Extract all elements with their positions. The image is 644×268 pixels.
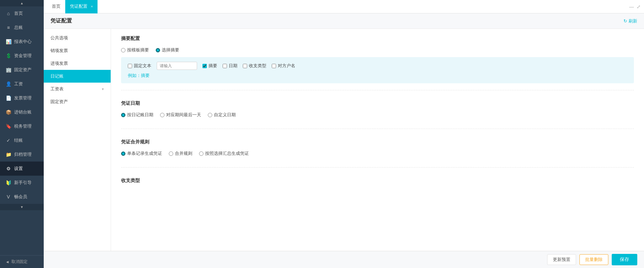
- checkbox-summary-input[interactable]: [202, 64, 207, 68]
- date-title: 凭证日期: [121, 100, 634, 106]
- sidebar-item-member[interactable]: V 畅会员: [0, 190, 44, 204]
- settings-icon: ⚙: [5, 166, 11, 171]
- tab-voucher-config[interactable]: 凭证配置 ×: [65, 0, 98, 13]
- main-area: 首页 凭证配置 × — ⤢ 凭证配置 ↻ 刷新 公共选项 销项发票 进项: [44, 0, 644, 268]
- trade-icon: 📦: [5, 109, 11, 115]
- sidebar: ▲ ⌂ 首页 ≡ 总账 📊 报表中心 💲 资金管理 🏢 固定资产 👤 工资 📄 …: [0, 0, 44, 268]
- checkbox-payment-type-input[interactable]: [243, 64, 247, 68]
- sidebar-item-settings[interactable]: ⚙ 设置: [0, 162, 44, 176]
- fixed-text-input[interactable]: [157, 62, 197, 70]
- batch-delete-button[interactable]: 批量删除: [579, 254, 608, 265]
- radio-single-record[interactable]: 单条记录生成凭证: [121, 150, 162, 157]
- radio-by-selection[interactable]: 按照选择汇总生成凭证: [199, 150, 249, 157]
- payment-type-section: 收支类型: [121, 178, 634, 196]
- radio-custom-date-input[interactable]: [208, 113, 212, 117]
- archive-icon: 📁: [5, 152, 11, 157]
- sidebar-item-guide[interactable]: 🔰 新手引导: [0, 176, 44, 190]
- radio-single-record-input[interactable]: [121, 151, 125, 156]
- sidebar-item-label: 固定资产: [14, 67, 32, 73]
- tab-close-icon[interactable]: ×: [91, 4, 93, 8]
- refresh-button[interactable]: ↻ 刷新: [623, 18, 637, 24]
- checkbox-fixed-text-input[interactable]: [128, 64, 132, 68]
- save-button[interactable]: 保存: [612, 254, 637, 265]
- merge-title: 凭证合并规则: [121, 139, 634, 145]
- sidebar-item-label: 税务管理: [14, 123, 32, 129]
- sidebar-item-archive[interactable]: 📁 归档管理: [0, 147, 44, 162]
- sidebar-item-invoice[interactable]: 📄 发票管理: [0, 91, 44, 105]
- checkbox-counterpart[interactable]: 对方户名: [272, 63, 295, 69]
- sidebar-item-label: 新手引导: [14, 180, 32, 186]
- radio-journal-date-input[interactable]: [121, 113, 125, 117]
- sidebar-item-tax[interactable]: 🔖 税务管理: [0, 119, 44, 133]
- checkbox-summary[interactable]: 摘要: [202, 63, 217, 69]
- merge-section: 凭证合并规则 单条记录生成凭证 合并规则 按照选择汇总生成凭证: [121, 139, 634, 168]
- refresh-icon: ↻: [623, 18, 627, 24]
- summary-checkbox-row: 固定文本 摘要 日期 收支类型: [128, 62, 627, 70]
- sidebar-item-ledger[interactable]: ≡ 总账: [0, 20, 44, 35]
- summary-title: 摘要配置: [121, 36, 634, 42]
- radio-last-day[interactable]: 对应期间最后一天: [160, 112, 201, 118]
- settle-icon: ✓: [5, 138, 11, 143]
- radio-journal-date-label: 按日记账日期: [127, 112, 153, 118]
- right-content: 摘要配置 按模板摘要 选择摘要 固定文本: [111, 29, 644, 251]
- left-nav-public[interactable]: 公共选项: [44, 32, 111, 44]
- radio-choose-summary-label: 选择摘要: [162, 47, 179, 53]
- sidebar-scroll-up[interactable]: ▲: [0, 0, 44, 6]
- minimize-icon[interactable]: —: [629, 4, 634, 9]
- sidebar-item-fund[interactable]: 💲 资金管理: [0, 49, 44, 63]
- sidebar-unpin-button[interactable]: ◄ 取消固定: [0, 255, 44, 268]
- left-nav-sales-invoice-label: 销项发票: [50, 48, 68, 54]
- checkbox-fixed-text-label: 固定文本: [134, 63, 151, 69]
- radio-custom-date[interactable]: 自定义日期: [208, 112, 236, 118]
- tab-voucher-config-label: 凭证配置: [70, 3, 87, 9]
- tab-home[interactable]: 首页: [47, 0, 65, 13]
- sidebar-item-label: 工资: [14, 81, 23, 87]
- radio-journal-date[interactable]: 按日记账日期: [121, 112, 153, 118]
- sidebar-item-report[interactable]: 📊 报表中心: [0, 35, 44, 49]
- sidebar-item-payroll[interactable]: 👤 工资: [0, 77, 44, 91]
- sidebar-item-settle[interactable]: ✓ 结账: [0, 133, 44, 147]
- maximize-icon[interactable]: ⤢: [637, 4, 641, 9]
- page-title: 凭证配置: [50, 17, 72, 25]
- checkbox-summary-label: 摘要: [209, 63, 217, 69]
- radio-last-day-input[interactable]: [160, 113, 164, 117]
- sidebar-scroll-down[interactable]: ▼: [0, 204, 44, 210]
- radio-by-selection-label: 按照选择汇总生成凭证: [205, 150, 249, 157]
- radio-template-summary[interactable]: 按模板摘要: [121, 47, 149, 53]
- radio-template-summary-input[interactable]: [121, 48, 125, 52]
- left-nav-journal[interactable]: 日记账: [44, 70, 111, 83]
- radio-by-selection-input[interactable]: [199, 151, 203, 156]
- sidebar-item-home[interactable]: ⌂ 首页: [0, 6, 44, 20]
- checkbox-counterpart-input[interactable]: [272, 64, 276, 68]
- date-section: 凭证日期 按日记账日期 对应期间最后一天 自定义日期: [121, 100, 634, 129]
- radio-merge-rule-input[interactable]: [169, 151, 173, 156]
- checkbox-fixed-text[interactable]: 固定文本: [128, 63, 151, 69]
- tab-bar: 首页 凭证配置 × — ⤢: [44, 0, 644, 13]
- sidebar-item-label: 结账: [14, 137, 23, 143]
- page-header: 凭证配置 ↻ 刷新: [44, 13, 644, 29]
- left-nav-journal-label: 日记账: [50, 73, 64, 79]
- checkbox-date-label: 日期: [229, 63, 237, 69]
- left-nav-payroll-table[interactable]: 工资表 ▾: [44, 83, 111, 95]
- bottom-bar: 更新预置 批量删除 保存: [44, 251, 644, 268]
- radio-choose-summary[interactable]: 选择摘要: [156, 47, 179, 53]
- radio-choose-summary-input[interactable]: [156, 48, 160, 52]
- checkbox-date-input[interactable]: [223, 64, 227, 68]
- content-layout: 公共选项 销项发票 进项发票 日记账 工资表 ▾ 固定资产 摘要配置: [44, 29, 644, 251]
- left-nav-purchase-invoice[interactable]: 进项发票: [44, 57, 111, 70]
- pin-icon: ◄: [5, 260, 9, 264]
- member-icon: V: [5, 194, 11, 199]
- radio-merge-rule-label: 合并规则: [175, 150, 192, 157]
- left-nav-sales-invoice[interactable]: 销项发票: [44, 44, 111, 57]
- update-preview-button[interactable]: 更新预置: [547, 254, 576, 265]
- left-nav-fixed-assets[interactable]: 固定资产: [44, 95, 111, 108]
- left-nav-payroll-table-label: 工资表: [50, 86, 64, 92]
- checkbox-date[interactable]: 日期: [223, 63, 237, 69]
- sidebar-item-assets[interactable]: 🏢 固定资产: [0, 63, 44, 77]
- sidebar-item-trade[interactable]: 📦 进销台账: [0, 105, 44, 119]
- tax-icon: 🔖: [5, 124, 11, 129]
- checkbox-payment-type[interactable]: 收支类型: [243, 63, 266, 69]
- tab-bar-actions: — ⤢: [629, 4, 641, 9]
- preview-text: 摘要: [141, 73, 150, 78]
- radio-merge-rule[interactable]: 合并规则: [169, 150, 192, 157]
